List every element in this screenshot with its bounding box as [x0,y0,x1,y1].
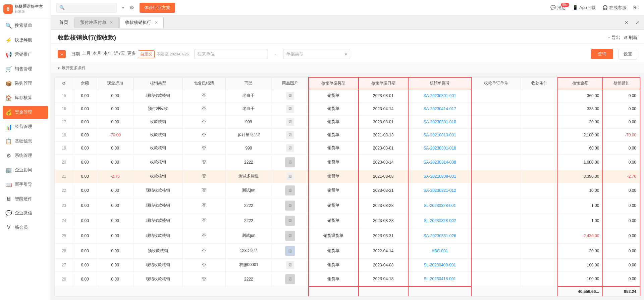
topbar-search-box[interactable]: 🔍 [56,3,117,13]
cell-receipt-condition [521,155,558,170]
cell-cancel-type: 收款核销 [133,115,183,128]
bill-no-link[interactable]: SA-20230301-001 [423,93,456,98]
bill-no-link[interactable]: SA-20230314-008 [423,160,456,165]
sidebar-item-quick[interactable]: ⚡快捷导航 [0,33,51,47]
page-title: 收款核销执行(按收款) [58,34,116,42]
message-btn[interactable]: 💬 消息 99+ [550,5,566,11]
bill-no-link[interactable]: ABC-001 [432,249,448,253]
sidebar-item-business[interactable]: 📊经营管理 [0,120,51,134]
date-this-month[interactable]: 本月 [93,50,101,58]
date-this-year[interactable]: 本年 [103,50,112,58]
cell-balance: 0.00 [73,115,97,128]
sidebar-item-basic[interactable]: 📋基础信息 [0,134,51,148]
bill-no-link[interactable]: SA-20210808-001 [423,174,456,179]
tab-close-receipt[interactable]: ✕ [155,20,158,25]
settings-btn[interactable]: 设置 [619,49,637,59]
bill-no-link[interactable]: SL-20230328-001 [424,203,456,208]
cell-cancel-amount: 20.00 [558,243,603,258]
date-prev-month[interactable]: 上月 [82,50,91,58]
partner-filter-input[interactable]: 往来单位 [194,49,268,59]
cell-cancel-amount: -2,430.00 [558,228,603,243]
cell-cancel-bill-no: SA-20210808-001 [408,170,471,183]
bill-no-link[interactable]: SL-20230418-001 [424,276,456,281]
sidebar-item-marketing[interactable]: 📢营销推广 [0,47,51,62]
dropdown-arrow-icon[interactable]: ▾ [122,5,124,10]
sidebar-item-hardware[interactable]: 🖥智能硬件 [0,192,51,206]
sidebar-label-search: 搜索菜单 [15,23,32,29]
app-download-btn[interactable]: 📱 App下载 [573,5,596,11]
tab-receipt[interactable]: 收款核销执行✕ [119,17,164,28]
gear-icon[interactable]: ⚙ [129,4,134,11]
sidebar-icon-system: ⚙ [5,153,12,159]
sidebar-item-finance[interactable]: 💰资金管理 [3,106,48,119]
date-custom-btn[interactable]: 自定义 [138,50,155,58]
cell-balance: 0.00 [73,271,97,287]
select-arrow-icon: ▾ [345,52,347,57]
filter-expand-btn[interactable]: » [58,50,66,58]
sidebar-item-purchase[interactable]: 📦采购管理 [0,76,51,91]
cell-cancel-bill-date: 2023-03-14 [359,155,408,170]
cell-cancel-discount: -2.76 [603,170,640,183]
cell-id: 25 [55,228,73,243]
col-header-cancel_type: 核销类型 [133,77,183,89]
sidebar-item-sales[interactable]: 🛒销售管理 [0,62,51,76]
query-btn[interactable]: 查询 [591,49,613,59]
cell-cancel-bill-no: SA-20230314-008 [408,155,471,170]
date-more[interactable]: 更多 [127,50,136,58]
cell-receipt-order-no [471,170,521,183]
export-btn[interactable]: ↑ 导出 [608,35,621,41]
cell-balance: 0.00 [73,170,97,183]
bill-no-link[interactable]: SA-20230414-017 [423,106,456,111]
tab-close-prepay[interactable]: ✕ [110,20,113,25]
close-all-btn[interactable]: ✕ [623,18,631,27]
cell-product-img: 🖼 [272,115,309,128]
date-7days[interactable]: 近7天 [114,50,125,58]
sidebar-item-inventory[interactable]: 🏠库存核算 [0,91,51,105]
cell-cancel-bill-no: SA-20230301-001 [408,89,471,102]
tab-home[interactable]: 首页 [54,17,74,28]
cell-cash-discount: 0.00 [97,102,133,115]
refresh-btn[interactable]: ↺ 刷新 [624,35,637,41]
expand-more-bar[interactable]: ▾ 展开更多条件 [51,63,644,73]
cell-receipt-condition [521,243,558,258]
bill-no-link[interactable]: SA-20210813-001 [423,133,456,137]
sidebar-label-purchase: 采购管理 [15,80,32,86]
sidebar-item-guide[interactable]: 📖新手引导 [0,177,51,192]
export-icon: ↑ [608,35,610,40]
bill-no-link[interactable]: SA-20230301-010 [423,120,456,124]
product-img: 🖼 [285,274,295,284]
product-img: 🖼 [286,131,294,139]
bill-no-link[interactable]: SL-20230328-002 [424,218,456,223]
cell-receipt-condition [521,89,558,102]
cell-id: 21 [55,170,73,183]
col-header-cancel_discount: 核销折扣 [603,77,640,89]
product-img: 🖼 [286,144,294,152]
bill-no-link[interactable]: SA-20230301-010 [423,146,456,151]
expand-btn[interactable]: ⤢ [633,18,641,27]
cell-product: 老白干 [225,102,272,115]
cell-id: 23 [55,198,73,213]
cell-cancel-bill-type: 销货单 [309,258,358,271]
cell-cancel-discount: 0.00 [603,198,640,213]
cell-id: 20 [55,155,73,170]
industry-btn[interactable]: 体验行业方案 [140,3,175,13]
bill-no-link[interactable]: SA-20230321-012 [423,188,456,193]
bill-no-link[interactable]: SL-20230408-001 [424,263,456,267]
cell-receipt-condition [521,115,558,128]
sidebar-item-system[interactable]: ⚙系统管理 [0,148,51,163]
cell-cancel-bill-no: SL-20230408-001 [408,258,471,271]
bill-type-select[interactable]: 单据类型 ▾ [283,49,350,59]
table-row: 28 0.00 0.00 现结收款核销 否 2222 🖼 销货单 2023-04… [55,271,640,287]
online-service-btn[interactable]: 🎧 在线客服 [602,5,627,11]
bill-no-link[interactable]: SA-20230331-026 [423,233,456,238]
sidebar-item-wechat[interactable]: 💬企业微信 [0,206,51,220]
cell-receipt-condition [521,271,558,287]
expand-more-icon: ▾ [58,66,60,71]
tab-prepay[interactable]: 预付冲应付单✕ [74,17,119,28]
sidebar-item-corp[interactable]: 🏢企业协同 [0,163,51,177]
cell-cash-discount: 0.00 [97,213,133,228]
sidebar-item-member[interactable]: V畅会员 [0,220,51,234]
sidebar-item-search[interactable]: 🔍搜索菜单 [0,18,51,33]
cell-product-img: 🖼 [272,271,309,287]
search-input[interactable] [67,5,107,10]
